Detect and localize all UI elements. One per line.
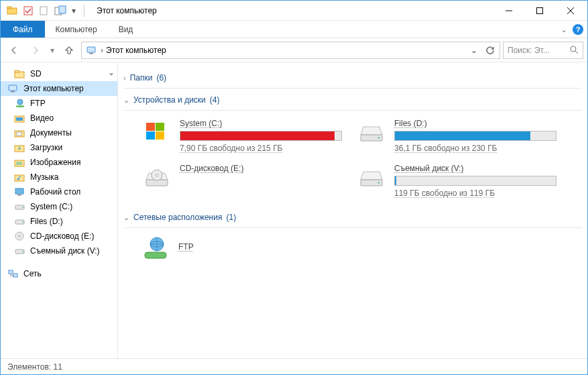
sidebar-item-1[interactable]: Этот компьютер [1, 81, 117, 96]
svg-point-12 [571, 46, 576, 52]
svg-rect-16 [9, 85, 17, 91]
svg-rect-26 [16, 162, 22, 165]
paste-icon[interactable] [53, 3, 68, 18]
sidebar-item-label: Музыка [30, 172, 58, 182]
network-location[interactable]: FTP [141, 235, 582, 262]
refresh-button[interactable] [482, 42, 498, 58]
recent-dropdown[interactable]: ▾ [48, 41, 57, 60]
chevron-down-icon: ⌄ [123, 213, 129, 222]
sidebar-item-label: Загрузки [30, 143, 62, 152]
chevron-down-icon[interactable]: ⌄ [108, 68, 115, 77]
sidebar-item-10[interactable]: Files (D:) [1, 214, 117, 229]
divider [84, 5, 84, 17]
sidebar-item-4[interactable]: Документы [1, 125, 117, 140]
folder-icon[interactable] [5, 3, 19, 18]
svg-point-38 [22, 251, 23, 252]
qat-dropdown-icon[interactable]: ▾ [69, 3, 78, 18]
sidebar-item-2[interactable]: FTP [1, 96, 117, 111]
network-icon [14, 97, 26, 109]
group-drives[interactable]: ⌄ Устройства и диски (4) [123, 95, 582, 105]
up-button[interactable] [60, 41, 78, 60]
breadcrumb-root[interactable]: › Этот компьютер [83, 45, 169, 56]
help-button[interactable]: ? [573, 24, 583, 35]
chevron-down-icon: ⌄ [123, 96, 129, 105]
downloads-icon [14, 142, 26, 154]
drive-icon [355, 119, 388, 146]
sidebar-item-0[interactable]: SD [1, 66, 117, 81]
forward-button[interactable] [26, 41, 45, 60]
svg-rect-1 [7, 7, 11, 9]
sidebar-item-label: Сеть [23, 269, 42, 278]
svg-point-32 [22, 207, 23, 208]
sidebar-item-label: Files (D:) [30, 217, 63, 226]
desktop-icon [14, 186, 26, 198]
quick-access-toolbar: ▾ [2, 3, 91, 18]
drive-item[interactable]: Files (D:)36,1 ГБ свободно из 230 ГБ [355, 119, 556, 153]
sidebar-item-3[interactable]: Видео [1, 111, 117, 125]
minimize-button[interactable] [493, 1, 524, 21]
svg-point-34 [22, 221, 23, 223]
search-icon [570, 46, 579, 54]
tab-view[interactable]: Вид [108, 21, 144, 38]
sidebar-item-7[interactable]: Музыка [1, 170, 117, 184]
documents-icon [14, 127, 26, 139]
drive-free-text: 36,1 ГБ свободно из 230 ГБ [394, 144, 556, 153]
group-network[interactable]: ⌄ Сетевые расположения (1) [123, 213, 582, 222]
drive-name: Съемный диск (V:) [394, 164, 556, 173]
folder-icon [14, 68, 26, 80]
drive-name: System (C:) [180, 119, 342, 128]
svg-rect-40 [13, 274, 17, 277]
drive-item[interactable]: CD-дисковод (E:) [141, 164, 342, 198]
drive-name: CD-дисковод (E:) [180, 164, 342, 173]
group-label: Устройства и диски [133, 95, 206, 105]
close-button[interactable] [555, 1, 586, 21]
svg-point-18 [17, 99, 23, 105]
sidebar-item-label: CD-дисковод (E:) [30, 231, 94, 241]
sidebar-item-8[interactable]: Рабочий стол [1, 184, 117, 199]
new-folder-icon[interactable] [37, 3, 52, 18]
back-button[interactable] [5, 41, 23, 60]
address-bar[interactable]: › Этот компьютер ⌄ [81, 42, 500, 59]
address-dropdown-icon[interactable]: ⌄ [466, 42, 482, 58]
usage-bar [394, 176, 556, 186]
svg-rect-10 [87, 47, 95, 52]
window-title: Этот компьютер [97, 6, 157, 15]
sidebar: ⌄ SDЭтот компьютерFTPВидеоДокументыЗагру… [1, 62, 118, 358]
sidebar-item-label: System (C:) [30, 202, 72, 211]
group-label: Сетевые расположения [133, 213, 222, 222]
group-folders[interactable]: › Папки (6) [123, 73, 582, 83]
properties-icon[interactable] [21, 3, 36, 18]
usage-bar [394, 131, 556, 141]
sidebar-item-label: Съемный диск (V:) [30, 246, 100, 256]
svg-line-13 [575, 51, 578, 54]
sidebar-item-5[interactable]: Загрузки [1, 140, 117, 155]
status-label: Элементов: [7, 362, 51, 372]
ftp-icon [141, 235, 170, 262]
svg-rect-21 [16, 117, 23, 121]
svg-rect-43 [146, 131, 155, 140]
sidebar-item-9[interactable]: System (C:) [1, 199, 117, 214]
divider [123, 88, 582, 89]
svg-rect-30 [17, 195, 21, 196]
drive-item[interactable]: Съемный диск (V:)119 ГБ свободно из 119 … [355, 164, 556, 198]
file-tab[interactable]: Файл [1, 21, 45, 38]
drive-item[interactable]: System (C:)7,90 ГБ свободно из 215 ГБ [141, 119, 342, 153]
sidebar-item-13[interactable]: Сеть [1, 266, 117, 281]
status-count: 11 [54, 362, 62, 372]
search-input[interactable]: Поиск: Эт... [503, 42, 583, 59]
svg-rect-54 [145, 252, 166, 258]
maximize-button[interactable] [524, 1, 555, 21]
drive-icon [141, 119, 173, 146]
svg-rect-19 [16, 105, 24, 107]
svg-rect-29 [15, 189, 23, 194]
svg-point-46 [378, 137, 380, 139]
sidebar-item-6[interactable]: Изображения [1, 155, 117, 170]
expand-ribbon-icon[interactable]: ⌄ [561, 25, 567, 34]
body: ⌄ SDЭтот компьютерFTPВидеоДокументыЗагру… [1, 62, 587, 358]
svg-rect-15 [15, 70, 19, 72]
group-label: Папки [130, 73, 153, 83]
divider [123, 110, 582, 111]
tab-computer[interactable]: Компьютер [45, 21, 108, 38]
sidebar-item-11[interactable]: CD-дисковод (E:) [1, 229, 117, 244]
sidebar-item-12[interactable]: Съемный диск (V:) [1, 244, 117, 258]
